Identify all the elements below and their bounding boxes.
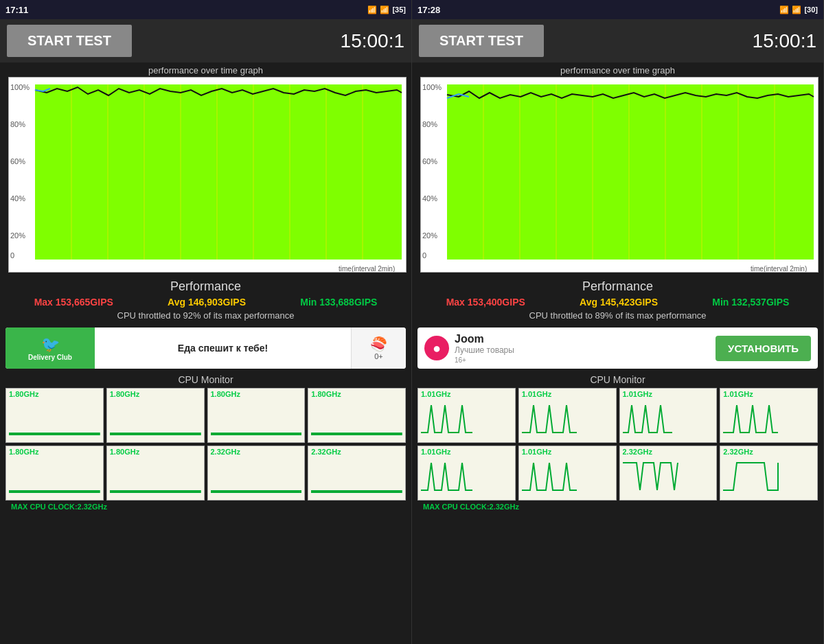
right-cpu-freq-1: 1.01GHz: [522, 390, 613, 398]
svg-rect-6: [35, 84, 402, 260]
joom-dot-icon: ●: [433, 341, 441, 356]
delivery-club-logo: 🐦 Delivery Club: [5, 327, 95, 369]
joom-app-sub: Лучшие товары: [455, 345, 716, 355]
left-cpu-freq-2: 1.80GHz: [211, 390, 302, 398]
right-graph-wrapper: 100% 80% 60% 40% 20% 0: [420, 77, 815, 273]
right-cpu-graph-3: [723, 398, 814, 436]
left-ad-banner[interactable]: 🐦 Delivery Club Еда спешит к тебе! 🍣 0+: [5, 327, 406, 369]
svg-text:60%: 60%: [10, 157, 25, 165]
svg-text:60%: 60%: [422, 157, 437, 165]
right-cpu-freq-6: 2.32GHz: [623, 448, 714, 456]
delivery-club-icon: 🐦: [41, 336, 60, 354]
delivery-club-badge: 🍣 0+: [351, 327, 406, 369]
right-signal-icon: 📶: [779, 5, 789, 14]
right-cpu-graph-6: [623, 456, 714, 494]
left-cpu-graph-1: [110, 398, 201, 436]
left-graph-title: performance over time graph: [5, 65, 406, 76]
joom-age-rating: 16+: [455, 356, 716, 364]
right-cpu-cell-7: 2.32GHz: [720, 446, 818, 501]
svg-rect-20: [311, 433, 402, 435]
left-status-bar: 17:11 📶 📶 [35]: [0, 0, 411, 19]
left-cpu-graph-7: [311, 456, 402, 494]
left-cpu-freq-3: 1.80GHz: [311, 390, 402, 398]
right-cpu-freq-7: 2.32GHz: [723, 448, 814, 456]
right-top-bar: START TEST 15:00:1: [412, 19, 823, 62]
joom-logo-icon: ●: [424, 336, 449, 360]
right-timer: 15:00:1: [753, 30, 816, 52]
left-cpu-graph-4: [9, 456, 100, 494]
left-perf-max: Max 153,665GIPS: [34, 297, 113, 308]
joom-app-info: Joom Лучшие товары 16+: [455, 333, 716, 364]
right-perf-stats: Max 153,400GIPS Avg 145,423GIPS Min 132,…: [419, 297, 816, 308]
joom-install-button[interactable]: УСТАНОВИТЬ: [716, 336, 811, 361]
right-cpu-graph-0: [421, 398, 512, 436]
right-cpu-cell-1: 1.01GHz: [518, 388, 617, 443]
right-performance-section: Performance Max 153,400GIPS Avg 145,423G…: [412, 275, 823, 325]
right-perf-title: Performance: [419, 279, 816, 294]
left-cpu-graph-3: [311, 398, 402, 436]
right-cpu-freq-4: 1.01GHz: [421, 448, 512, 456]
svg-text:100%: 100%: [422, 83, 442, 91]
svg-text:0: 0: [422, 251, 426, 260]
left-perf-avg: Avg 146,903GIPS: [168, 297, 246, 308]
left-cpu-cell-6: 2.32GHz: [207, 446, 306, 501]
left-cpu-cell-1: 1.80GHz: [106, 388, 205, 443]
left-cpu-title: CPU Monitor: [5, 374, 406, 385]
left-cpu-cell-2: 1.80GHz: [207, 388, 306, 443]
left-perf-title: Performance: [7, 279, 404, 294]
svg-rect-31: [447, 84, 814, 260]
right-max-cpu: MAX CPU CLOCK:2.32GHz: [417, 501, 818, 513]
left-cpu-graph-0: [9, 398, 100, 436]
left-phone-panel: 17:11 📶 📶 [35] START TEST 15:00:1 perfor…: [0, 0, 412, 644]
battery-indicator: [35]: [392, 5, 406, 14]
right-perf-throttle: CPU throttled to 89% of its max performa…: [419, 310, 816, 321]
right-cpu-graph-4: [421, 456, 512, 494]
svg-rect-18: [110, 433, 201, 435]
right-graph-title: performance over time graph: [417, 65, 818, 76]
right-cpu-graph-7: [723, 456, 814, 494]
right-start-test-button[interactable]: START TEST: [419, 25, 544, 57]
svg-text:40%: 40%: [422, 194, 437, 203]
svg-text:80%: 80%: [10, 120, 25, 128]
right-cpu-freq-0: 1.01GHz: [421, 390, 512, 398]
left-cpu-graph-2: [211, 398, 302, 436]
left-performance-graph: 100% 80% 60% 40% 20% 0: [8, 77, 407, 273]
svg-text:40%: 40%: [10, 194, 25, 203]
left-graph-wrapper: 100% 80% 60% 40% 20% 0: [8, 77, 403, 273]
signal-icon: 📶: [367, 5, 377, 14]
left-cpu-monitor: CPU Monitor 1.80GHz 1.80GHz 1.80GHz: [0, 371, 411, 516]
right-cpu-cell-0: 1.01GHz: [417, 388, 516, 443]
right-cpu-graph-5: [522, 456, 613, 494]
left-start-test-button[interactable]: START TEST: [7, 25, 132, 57]
right-cpu-freq-2: 1.01GHz: [623, 390, 714, 398]
right-cpu-freq-3: 1.01GHz: [723, 390, 814, 398]
right-cpu-cell-5: 1.01GHz: [518, 446, 617, 501]
left-cpu-graph-5: [110, 456, 201, 494]
delivery-club-text: Еда спешит к тебе!: [95, 338, 351, 358]
right-cpu-cell-2: 1.01GHz: [619, 388, 718, 443]
left-time: 17:11: [5, 5, 28, 15]
age-badge: 0+: [374, 352, 383, 360]
right-cpu-grid: 1.01GHz 1.01GHz 1.01GHz 1.01GHz: [417, 388, 818, 501]
left-perf-min: Min 133,688GIPS: [300, 297, 377, 308]
right-performance-graph: 100% 80% 60% 40% 20% 0: [420, 77, 819, 273]
right-graph-section: performance over time graph 100% 80% 60%…: [412, 62, 823, 275]
left-cpu-grid: 1.80GHz 1.80GHz 1.80GHz 1.80GHz: [5, 388, 406, 501]
right-perf-min: Min 132,537GIPS: [712, 297, 789, 308]
right-joom-ad[interactable]: ● Joom Лучшие товары 16+ УСТАНОВИТЬ: [417, 327, 818, 369]
joom-age: 16+: [455, 356, 466, 364]
svg-text:0: 0: [10, 251, 14, 260]
left-cpu-freq-0: 1.80GHz: [9, 390, 100, 398]
svg-text:20%: 20%: [10, 231, 25, 240]
right-perf-avg: Avg 145,423GIPS: [580, 297, 658, 308]
left-status-icons: 📶 📶 [35]: [367, 5, 406, 14]
right-cpu-cell-3: 1.01GHz: [720, 388, 818, 443]
left-cpu-cell-4: 1.80GHz: [5, 446, 104, 501]
svg-text:80%: 80%: [422, 120, 437, 128]
right-perf-max: Max 153,400GIPS: [446, 297, 525, 308]
right-cpu-monitor: CPU Monitor 1.01GHz 1.01GHz 1.01GHz: [412, 371, 823, 516]
right-cpu-cell-6: 2.32GHz: [619, 446, 718, 501]
left-perf-stats: Max 153,665GIPS Avg 146,903GIPS Min 133,…: [7, 297, 404, 308]
left-cpu-freq-7: 2.32GHz: [311, 448, 402, 456]
svg-rect-23: [211, 490, 302, 493]
